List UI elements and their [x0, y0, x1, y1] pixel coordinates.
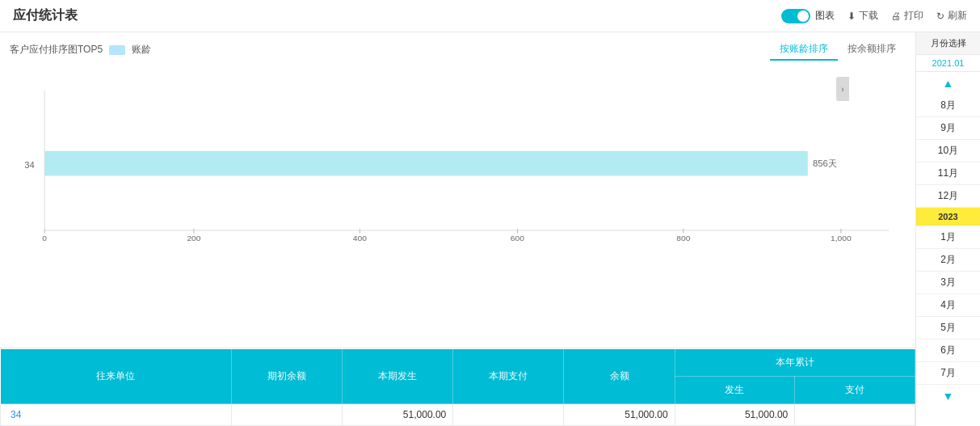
cell-balance: 51,000.00: [564, 404, 675, 426]
month-item-9[interactable]: 9月: [916, 117, 980, 140]
data-table-area: 往来单位 期初余额 本期发生 本期支付 余额 本年累计 发生 支付: [0, 348, 915, 426]
month-sidebar: 月份选择 2021.01 ▲ 8月 9月 10月 11月 12月 2023 1月…: [915, 32, 980, 426]
print-icon: 🖨: [891, 11, 901, 22]
sidebar-header: 月份选择: [916, 32, 980, 55]
chart-toggle-label: 图表: [815, 9, 835, 23]
sort-by-balance-tab[interactable]: 按账龄排序: [770, 39, 838, 61]
refresh-button[interactable]: ↻ 刷新: [936, 9, 967, 23]
cell-opening: [231, 404, 342, 426]
month-list: 8月 9月 10月 11月 12月 2023 1月 2月 3月 4月 5月 6月…: [916, 95, 980, 385]
sidebar-nav-down: ▼: [916, 385, 980, 407]
main-content: 客户应付排序图TOP5 账龄 按账龄排序 按余额排序 34: [0, 32, 980, 426]
sidebar-collapse-button[interactable]: ›: [836, 77, 849, 101]
cell-ytd-payment: [795, 404, 915, 426]
cell-ytd-occurrence: 51,000.00: [675, 404, 795, 426]
th-ytd-payment: 支付: [795, 377, 915, 404]
stats-table: 往来单位 期初余额 本期发生 本期支付 余额 本年累计 发生 支付: [0, 348, 915, 426]
download-icon: ⬇: [848, 11, 856, 22]
month-item-2[interactable]: 2月: [916, 249, 980, 272]
month-item-11[interactable]: 11月: [916, 162, 980, 185]
unit-link[interactable]: 34: [11, 409, 21, 420]
sort-by-amount-tab[interactable]: 按余额排序: [838, 39, 906, 61]
svg-text:1,000: 1,000: [831, 234, 852, 243]
header-actions: 图表 ⬇ 下载 🖨 打印 ↻ 刷新: [781, 9, 967, 23]
chart-header: 客户应付排序图TOP5 账龄 按账龄排序 按余额排序: [0, 32, 915, 67]
th-ytd-group: 本年累计: [675, 349, 915, 377]
svg-text:34: 34: [24, 160, 35, 170]
month-item-10[interactable]: 10月: [916, 140, 980, 162]
th-current-occurrence: 本期发生: [343, 349, 453, 404]
year-marker-2023: 2023: [916, 208, 980, 226]
month-item-7[interactable]: 7月: [916, 362, 980, 385]
th-unit: 往来单位: [1, 349, 232, 404]
chart-legend: 客户应付排序图TOP5 账龄: [10, 43, 151, 57]
table-row: 34 51,000.00 51,000.00 51,000.00: [1, 404, 915, 426]
svg-text:200: 200: [187, 234, 201, 243]
svg-rect-1: [44, 151, 808, 176]
refresh-icon: ↻: [936, 11, 944, 22]
month-item-5[interactable]: 5月: [916, 317, 980, 340]
nav-down-button[interactable]: ▼: [939, 386, 958, 406]
th-balance: 余额: [564, 349, 675, 404]
chart-table-area: 客户应付排序图TOP5 账龄 按账龄排序 按余额排序 34: [0, 32, 915, 426]
cell-payment: [453, 404, 564, 426]
chart-toggle[interactable]: [781, 9, 810, 23]
svg-text:800: 800: [676, 234, 691, 243]
legend-color-box: [109, 45, 125, 55]
page-title: 应付统计表: [13, 7, 78, 24]
cell-occurrence: 51,000.00: [343, 404, 453, 426]
page-header: 应付统计表 图表 ⬇ 下载 🖨 打印 ↻ 刷新: [0, 0, 980, 32]
th-opening-balance: 期初余额: [231, 349, 342, 404]
download-button[interactable]: ⬇ 下载: [848, 9, 878, 23]
sort-tabs: 按账龄排序 按余额排序: [770, 39, 906, 61]
svg-text:0: 0: [42, 234, 47, 243]
legend-color-label: 账龄: [132, 43, 151, 57]
sidebar-nav-up: ▲: [916, 72, 980, 95]
month-item-4[interactable]: 4月: [916, 294, 980, 317]
chart-toggle-group[interactable]: 图表: [781, 9, 835, 23]
cell-unit: 34: [1, 404, 232, 426]
month-item-6[interactable]: 6月: [916, 340, 980, 362]
th-ytd-occurrence: 发生: [675, 377, 795, 404]
month-item-12[interactable]: 12月: [916, 185, 980, 208]
svg-text:400: 400: [353, 234, 368, 243]
chart-wrapper: 34 856天 0 200 400 600 800: [0, 67, 915, 348]
nav-up-button[interactable]: ▲: [939, 74, 958, 93]
month-item-1[interactable]: 1月: [916, 226, 980, 249]
svg-text:856天: 856天: [813, 158, 837, 168]
print-button[interactable]: 🖨 打印: [891, 9, 923, 23]
sidebar-year-display[interactable]: 2021.01: [916, 55, 980, 72]
month-item-3[interactable]: 3月: [916, 272, 980, 294]
th-current-payment: 本期支付: [453, 349, 564, 404]
svg-text:600: 600: [511, 234, 525, 243]
bar-chart: 34 856天 0 200 400 600 800: [10, 67, 906, 269]
legend-label: 客户应付排序图TOP5: [10, 43, 103, 57]
month-item-8[interactable]: 8月: [916, 95, 980, 117]
